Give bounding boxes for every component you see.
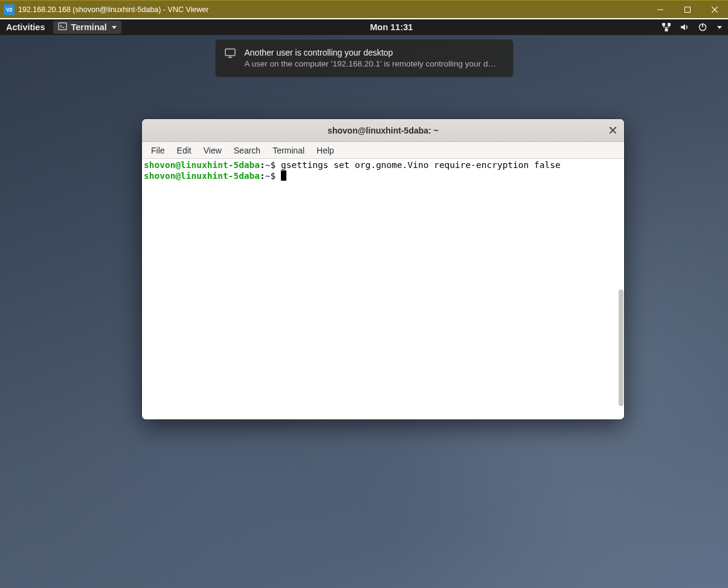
prompt-sep: : [260,171,265,181]
terminal-body[interactable]: shovon@linuxhint-5daba:~$ gsettings set … [142,159,624,419]
svg-rect-4 [59,23,66,30]
terminal-window: shovon@linuxhint-5daba: ~ File Edit View… [142,119,624,419]
gnome-top-bar: Activities Terminal Mon 11:31 [0,18,728,35]
notification-popup[interactable]: Another user is controlling your desktop… [215,39,514,77]
prompt-path: ~ [265,171,271,181]
menu-terminal[interactable]: Terminal [267,144,310,157]
terminal-icon [58,22,67,33]
prompt-symbol: $ [271,160,276,170]
terminal-title: shovon@linuxhint-5daba: ~ [327,126,439,135]
maximize-button[interactable] [674,1,701,18]
svg-rect-7 [668,23,671,26]
menu-view[interactable]: View [198,144,227,157]
terminal-command-0: gsettings set org.gnome.Vino require-enc… [275,160,560,170]
prompt-user: shovon@linuxhint-5daba [144,160,260,170]
svg-rect-6 [662,23,665,26]
vnc-logo-icon: V2 [4,4,14,15]
menu-file[interactable]: File [146,144,170,157]
activities-button[interactable]: Activities [6,22,45,32]
chevron-down-icon [717,26,722,29]
prompt-symbol: $ [271,171,276,181]
terminal-menu-bar: File Edit View Search Terminal Help [142,142,624,159]
volume-icon [680,22,689,32]
terminal-close-button[interactable] [607,125,618,136]
prompt-path: ~ [265,160,271,170]
terminal-cursor [281,170,286,181]
close-button[interactable] [701,1,728,18]
svg-rect-1 [685,7,690,12]
vnc-window-title: 192.168.20.168 (shovon@linuxhint-5daba) … [18,5,646,14]
screen-share-icon [224,47,236,69]
app-menu-label: Terminal [71,22,106,32]
menu-edit[interactable]: Edit [172,144,197,157]
prompt-sep: : [260,160,265,170]
notification-message: A user on the computer '192.168.20.1' is… [245,59,496,69]
clock-button[interactable]: Mon 11:31 [370,22,413,32]
window-controls [646,1,728,18]
menu-help[interactable]: Help [311,144,340,157]
svg-rect-11 [225,49,235,56]
vnc-titlebar: V2 192.168.20.168 (shovon@linuxhint-5dab… [0,0,728,18]
terminal-scrollbar[interactable] [619,289,623,407]
svg-rect-8 [665,28,668,31]
notification-title: Another user is controlling your desktop [245,47,496,59]
prompt-user: shovon@linuxhint-5daba [144,171,260,181]
terminal-command-1 [275,171,281,181]
system-tray[interactable] [662,22,722,32]
network-icon [662,22,671,32]
app-menu-button[interactable]: Terminal [53,21,121,34]
power-icon [698,22,707,32]
terminal-titlebar[interactable]: shovon@linuxhint-5daba: ~ [142,119,624,142]
chevron-down-icon [112,26,117,29]
minimize-button[interactable] [646,1,674,18]
menu-search[interactable]: Search [228,144,266,157]
gnome-desktop: Activities Terminal Mon 11:31 [0,18,728,588]
